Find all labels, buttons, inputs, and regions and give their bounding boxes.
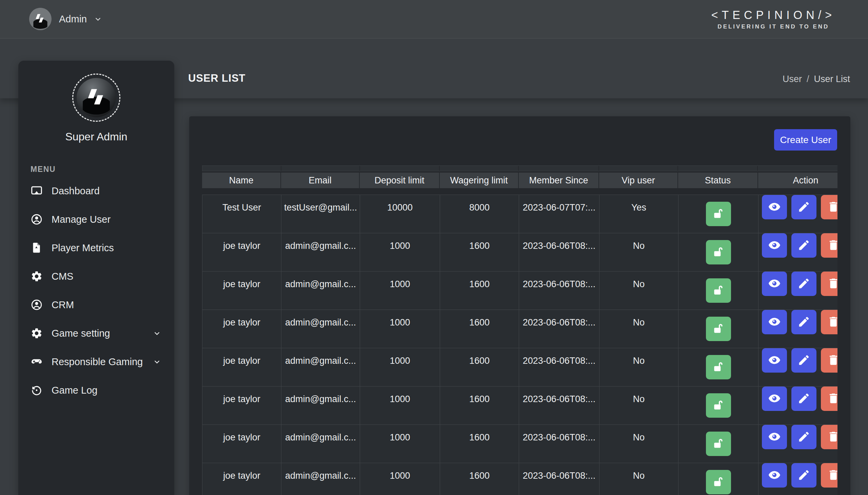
sidebar-item-dashboard[interactable]: Dashboard [18, 177, 174, 205]
cell-email: admin@gmail.c... [282, 233, 360, 271]
delete-button[interactable] [821, 272, 837, 296]
view-button[interactable] [762, 195, 787, 219]
eye-icon [768, 315, 781, 329]
view-button[interactable] [762, 348, 787, 373]
edit-button[interactable] [792, 310, 816, 334]
delete-button[interactable] [821, 195, 837, 219]
status-unlock-button[interactable] [706, 470, 731, 494]
breadcrumb-separator: / [806, 74, 809, 84]
unlock-icon [712, 437, 725, 451]
trash-icon [827, 277, 837, 291]
cell-wagering-limit: 1600 [440, 463, 519, 495]
edit-button[interactable] [792, 463, 816, 488]
cell-vip-user: No [599, 463, 679, 495]
sidebar-item-label: Game setting [52, 328, 110, 339]
sidebar-item-responsible-gaming[interactable]: Responsible Gaming [18, 347, 174, 376]
delete-button[interactable] [821, 425, 837, 449]
edit-button[interactable] [792, 233, 816, 258]
status-unlock-button[interactable] [706, 355, 731, 379]
column-header-wagering-limit: Wagering limit [440, 173, 519, 188]
table-row: joe tayloradmin@gmail.c...100016002023-0… [202, 348, 837, 387]
view-button[interactable] [762, 425, 787, 449]
delete-button[interactable] [821, 233, 837, 258]
cell-name: Test User [202, 195, 282, 233]
status-unlock-button[interactable] [706, 240, 731, 264]
sidebar-item-player-metrics[interactable]: Player Metrics [18, 234, 174, 262]
trash-icon [827, 200, 837, 214]
cell-actions [759, 463, 837, 495]
column-header-deposit-limit: Deposit limit [360, 173, 440, 188]
sidebar-item-crm[interactable]: CRM [18, 291, 174, 319]
gamepad-icon [31, 356, 43, 368]
cell-wagering-limit: 1600 [440, 310, 519, 348]
pencil-icon [798, 468, 810, 482]
user-circle-icon [31, 299, 43, 311]
table-row: joe tayloradmin@gmail.c...100016002023-0… [202, 310, 837, 348]
delete-button[interactable] [821, 387, 837, 411]
eye-icon [768, 392, 781, 406]
chevron-down-icon [94, 15, 102, 23]
cell-status [679, 425, 759, 463]
status-unlock-button[interactable] [706, 432, 731, 456]
edit-button[interactable] [792, 387, 816, 411]
gear-icon [31, 327, 43, 339]
cell-actions [759, 387, 837, 425]
avatar-ring[interactable] [72, 73, 120, 122]
column-header-action: Action [758, 173, 837, 188]
edit-button[interactable] [792, 425, 816, 449]
breadcrumb: User/User List [783, 74, 850, 84]
strip-cell [440, 166, 519, 171]
view-button[interactable] [762, 233, 787, 258]
sidebar-item-manage-user[interactable]: Manage User [18, 205, 174, 234]
admin-menu[interactable]: Admin [29, 8, 102, 30]
table-row: Test UsertestUser@gmail...1000080002023-… [202, 195, 837, 233]
column-header-email: Email [281, 173, 360, 188]
edit-button[interactable] [792, 348, 816, 373]
cell-deposit-limit: 1000 [360, 387, 440, 425]
status-unlock-button[interactable] [706, 202, 731, 226]
status-unlock-button[interactable] [706, 317, 731, 341]
table-row: joe tayloradmin@gmail.c...100016002023-0… [202, 233, 837, 272]
status-unlock-button[interactable] [706, 278, 731, 303]
cell-deposit-limit: 1000 [360, 348, 440, 386]
menu-section-label: MENU [31, 165, 174, 174]
delete-button[interactable] [821, 463, 837, 488]
sidebar-item-game-setting[interactable]: Game setting [18, 319, 174, 347]
delete-button[interactable] [821, 310, 837, 334]
cell-wagering-limit: 1600 [440, 272, 519, 309]
cell-vip-user: No [599, 425, 679, 463]
view-button[interactable] [762, 272, 787, 296]
cell-actions [759, 310, 837, 348]
delete-button[interactable] [821, 348, 837, 373]
create-user-button[interactable]: Create User [774, 129, 837, 151]
admin-label: Admin [59, 14, 87, 25]
page-title: USER LIST [188, 72, 245, 84]
breadcrumb-link[interactable]: User [783, 74, 802, 84]
sidebar-item-cms[interactable]: CMS [18, 262, 174, 291]
trash-icon [827, 354, 837, 368]
cell-status [679, 272, 759, 309]
sidebar-item-game-log[interactable]: Game Log [18, 376, 174, 405]
cell-deposit-limit: 1000 [360, 272, 440, 309]
edit-button[interactable] [792, 195, 816, 219]
cell-vip-user: Yes [599, 195, 679, 233]
view-button[interactable] [762, 463, 787, 488]
cell-wagering-limit: 1600 [440, 387, 519, 425]
cell-wagering-limit: 1600 [440, 425, 519, 463]
pencil-icon [798, 277, 810, 291]
edit-button[interactable] [792, 272, 816, 296]
cell-member-since: 2023-06-06T08:... [519, 463, 599, 495]
view-button[interactable] [762, 387, 787, 411]
strip-cell [282, 166, 360, 171]
pencil-icon [798, 354, 810, 368]
view-button[interactable] [762, 310, 787, 334]
table-body: Test UsertestUser@gmail...1000080002023-… [202, 194, 837, 495]
cell-status [679, 387, 759, 425]
cell-status [679, 463, 759, 495]
eye-icon [768, 200, 781, 214]
table-row: joe tayloradmin@gmail.c...100016002023-0… [202, 272, 837, 310]
status-unlock-button[interactable] [706, 393, 731, 418]
cell-member-since: 2023-06-06T08:... [519, 310, 599, 348]
cell-actions [759, 425, 837, 463]
table-top-strip [202, 166, 837, 171]
